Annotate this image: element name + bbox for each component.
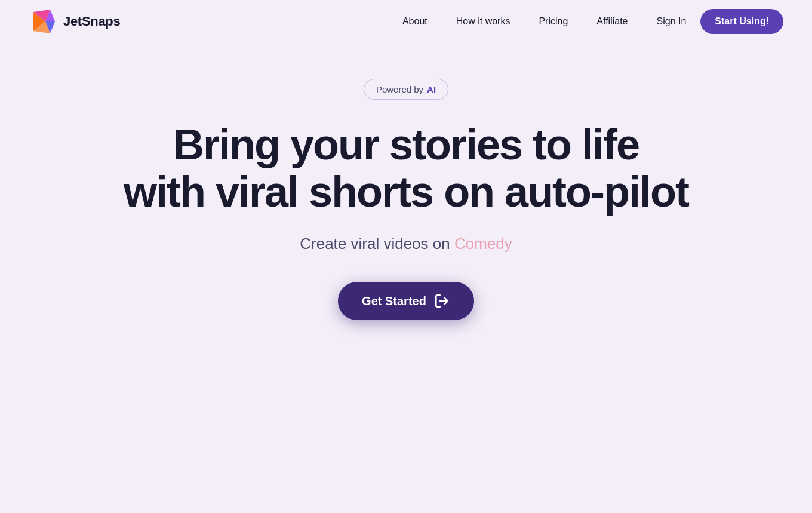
hero-title-line1: Bring your stories to life (173, 121, 639, 168)
nav-links: About How it works Pricing Affiliate (402, 16, 628, 27)
arrow-icon (433, 293, 450, 309)
start-using-button[interactable]: Start Using! (700, 9, 783, 34)
hero-title: Bring your stories to life with viral sh… (124, 121, 688, 216)
nav-right: Sign In Start Using! (657, 9, 783, 34)
hero-subtitle: Create viral videos on Comedy (300, 235, 512, 253)
sign-in-button[interactable]: Sign In (657, 16, 687, 27)
logo-icon (29, 7, 57, 36)
nav-logo[interactable]: JetSnaps (29, 7, 120, 36)
nav-how-it-works[interactable]: How it works (456, 16, 510, 27)
subtitle-animated-word: Comedy (454, 235, 512, 253)
navbar: JetSnaps About How it works Pricing Affi… (0, 0, 812, 43)
get-started-button[interactable]: Get Started (338, 282, 474, 320)
powered-badge: Powered by AI (364, 79, 448, 100)
powered-by-text: Powered by (376, 84, 423, 94)
brand-name: JetSnaps (63, 14, 120, 29)
subtitle-prefix: Create viral videos on (300, 235, 450, 253)
nav-affiliate[interactable]: Affiliate (596, 16, 628, 27)
hero-title-line2: with viral shorts on auto-pilot (124, 168, 688, 216)
nav-about[interactable]: About (402, 16, 427, 27)
get-started-label: Get Started (362, 294, 426, 308)
hero-section: Powered by AI Bring your stories to life… (0, 43, 812, 320)
nav-pricing[interactable]: Pricing (539, 16, 568, 27)
ai-highlight: AI (427, 84, 436, 94)
